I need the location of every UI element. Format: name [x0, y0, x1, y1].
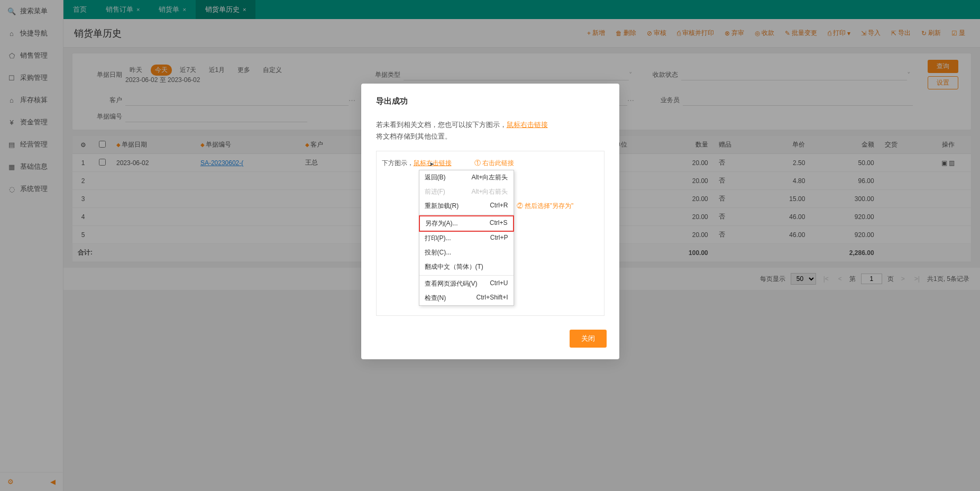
close-button[interactable]: 关闭 [570, 330, 607, 348]
context-menu-item: 前进(F)Alt+向右箭头 [419, 185, 514, 199]
context-menu-item: 投射(C)... [419, 245, 514, 260]
demo-box: 下方图示，鼠标右击链接 ➤ ① 右击此链接 返回(B)Alt+向左箭头前进(F)… [376, 151, 605, 316]
demo-header: 下方图示，鼠标右击链接 ➤ [382, 159, 459, 168]
modal-title: 导出成功 [376, 96, 605, 106]
context-menu-item: 打印(P)...Ctrl+P [419, 231, 514, 245]
export-success-modal: 导出成功 若未看到相关文档，您也可以按下方图示，鼠标右击链接 将文档存储到其他位… [361, 84, 619, 359]
context-menu: 返回(B)Alt+向左箭头前进(F)Alt+向右箭头重新加载(R)Ctrl+R另… [419, 170, 514, 306]
context-menu-item: 翻成中文（简体）(T) [419, 260, 514, 274]
modal-overlay: 导出成功 若未看到相关文档，您也可以按下方图示，鼠标右击链接 将文档存储到其他位… [0, 0, 980, 491]
annotation-1: ① 右击此链接 [474, 159, 514, 168]
context-menu-item: 检查(N)Ctrl+Shift+I [419, 291, 514, 305]
modal-text-part: 若未看到相关文档，您也可以按下方图示， [376, 121, 507, 129]
right-click-link[interactable]: 鼠标右击链接 [507, 121, 548, 129]
modal-text: 若未看到相关文档，您也可以按下方图示，鼠标右击链接 将文档存储到其他位置。 [376, 119, 605, 142]
modal-text-part: 将文档存储到其他位置。 [376, 132, 452, 140]
context-menu-item: 另存为(A)...Ctrl+S [419, 215, 514, 232]
context-menu-item: 返回(B)Alt+向左箭头 [419, 170, 514, 185]
context-menu-item: 重新加载(R)Ctrl+R [419, 199, 514, 213]
annotation-2: ② 然后选择"另存为" [517, 202, 574, 211]
cursor-icon: ➤ [429, 160, 434, 168]
context-menu-item: 查看网页源代码(V)Ctrl+U [419, 277, 514, 291]
